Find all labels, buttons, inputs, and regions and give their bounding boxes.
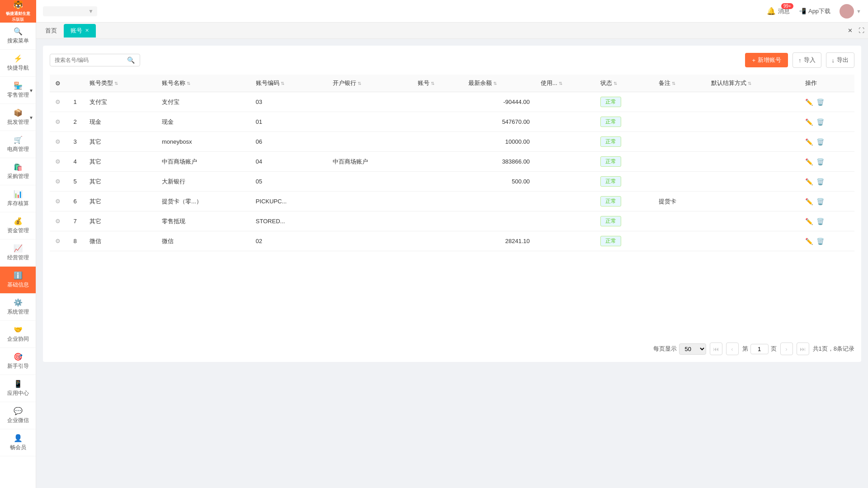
export-button[interactable]: ↓ 导出 (826, 52, 855, 68)
import-label: 导入 (804, 56, 816, 64)
row-account (412, 172, 463, 192)
account-col-header[interactable]: 账号⇅ (412, 75, 463, 92)
user-menu[interactable]: ▼ (840, 4, 861, 19)
row-status: 正常 (595, 92, 653, 112)
guide-icon: 🎯 (2, 352, 33, 361)
name-col-header[interactable]: 账号名称⇅ (156, 75, 250, 92)
remark-col-header[interactable]: 备注⇅ (653, 75, 706, 92)
row-balance: 547670.00 (463, 112, 535, 132)
tab-collapse-button[interactable]: ✕ (845, 26, 854, 35)
row-gear[interactable]: ⚙ (50, 132, 66, 152)
sidebar-item-guide[interactable]: 🎯 新手引导 (0, 348, 36, 375)
row-type: 其它 (84, 172, 156, 192)
row-code: 03 (250, 92, 327, 112)
top-search-box[interactable]: ▼ (43, 6, 97, 16)
notification-button[interactable]: 🔔 消息 99+ (767, 7, 790, 15)
tab-expand-button[interactable]: ⛶ (857, 26, 866, 35)
quicknav-icon: ⚡ (2, 54, 33, 63)
row-gear[interactable]: ⚙ (50, 192, 66, 211)
sidebar-item-purchase[interactable]: 🛍️ 采购管理 (0, 158, 36, 185)
delete-button[interactable]: 🗑️ (816, 138, 824, 145)
row-code: 01 (250, 112, 327, 132)
top-search-input[interactable] (47, 8, 88, 14)
new-account-label: 新增账号 (758, 56, 781, 64)
sidebar-item-app-center[interactable]: 📱 应用中心 (0, 375, 36, 402)
row-gear[interactable]: ⚙ (50, 112, 66, 132)
app-download-button[interactable]: 📲 App下载 (799, 7, 830, 15)
delete-button[interactable]: 🗑️ (816, 118, 824, 126)
type-col-header[interactable]: 账号类型⇅ (84, 75, 156, 92)
delete-button[interactable]: 🗑️ (816, 238, 824, 245)
code-col-header[interactable]: 账号编码⇅ (250, 75, 327, 92)
edit-button[interactable]: ✏️ (805, 198, 813, 205)
status-badge: 正常 (600, 117, 621, 127)
sidebar-item-retail[interactable]: 🏪 零售管理 ▼ (0, 77, 36, 104)
row-status: 正常 (595, 132, 653, 152)
balance-col-header[interactable]: 最新余额⇅ (463, 75, 535, 92)
row-type: 其它 (84, 132, 156, 152)
sidebar-item-ecommerce[interactable]: 🛒 电商管理 (0, 131, 36, 158)
row-bank (327, 112, 412, 132)
edit-button[interactable]: ✏️ (805, 238, 813, 245)
row-code: 02 (250, 231, 327, 251)
tab-account[interactable]: 账号 ✕ (64, 24, 96, 38)
status-col-header[interactable]: 状态⇅ (595, 75, 653, 92)
table-toolbar: 🔍 + 新增账号 ↑ 导入 ↓ 导出 (50, 52, 854, 68)
delete-button[interactable]: 🗑️ (816, 178, 824, 185)
next-page-button[interactable]: › (780, 343, 793, 355)
sidebar-item-member[interactable]: 👤 畅会员 (0, 429, 36, 456)
sidebar-item-label: 经营管理 (7, 254, 29, 261)
first-page-button[interactable]: ⏮ (710, 343, 722, 355)
new-account-button[interactable]: + 新增账号 (745, 53, 788, 67)
edit-button[interactable]: ✏️ (805, 218, 813, 225)
edit-button[interactable]: ✏️ (805, 99, 813, 106)
row-remark (653, 92, 706, 112)
delete-button[interactable]: 🗑️ (816, 218, 824, 225)
sidebar-item-wholesale[interactable]: 📦 批发管理 ▼ (0, 104, 36, 131)
last-page-button[interactable]: ⏭ (797, 343, 809, 355)
sidebar-item-inventory[interactable]: 📊 库存核算 (0, 185, 36, 212)
tab-home[interactable]: 首页 (38, 24, 64, 38)
sidebar-item-basic-info[interactable]: ℹ️ 基础信息 (0, 267, 36, 294)
usage-col-header[interactable]: 使用...⇅ (535, 75, 595, 92)
edit-button[interactable]: ✏️ (805, 158, 813, 165)
row-remark (653, 211, 706, 231)
import-button[interactable]: ↑ 导入 (793, 52, 821, 68)
table-row: ⚙ 4 其它 中百商场账户 04 中百商场账户 383866.00 正常 ✏️ … (50, 152, 854, 172)
bank-col-header[interactable]: 开户银行⇅ (327, 75, 412, 92)
sidebar-item-search[interactable]: 🔍 搜索菜单 (0, 23, 36, 50)
page-label: 第 (742, 345, 748, 353)
row-usage (535, 211, 595, 231)
edit-button[interactable]: ✏️ (805, 178, 813, 185)
sidebar-item-operations[interactable]: 📈 经营管理 (0, 239, 36, 267)
search-icon[interactable]: 🔍 (127, 56, 135, 64)
member-icon: 👤 (2, 434, 33, 442)
sidebar-item-finance[interactable]: 💰 资金管理 (0, 212, 36, 239)
default-settlement-col-header[interactable]: 默认结算方式⇅ (706, 75, 800, 92)
edit-button[interactable]: ✏️ (805, 138, 813, 145)
row-gear[interactable]: ⚙ (50, 211, 66, 231)
table-search-input[interactable] (55, 57, 127, 63)
row-gear[interactable]: ⚙ (50, 92, 66, 112)
chevron-down-icon[interactable]: ▼ (88, 8, 94, 14)
tab-close-button[interactable]: ✕ (85, 28, 89, 33)
edit-button[interactable]: ✏️ (805, 118, 813, 126)
row-type: 支付宝 (84, 92, 156, 112)
page-number-input[interactable] (750, 344, 769, 354)
row-index: 3 (66, 132, 84, 152)
per-page-select[interactable]: 50 100 200 (679, 343, 706, 355)
row-gear[interactable]: ⚙ (50, 231, 66, 251)
delete-button[interactable]: 🗑️ (816, 158, 824, 165)
prev-page-button[interactable]: ‹ (726, 343, 739, 355)
gear-icon[interactable]: ⚙ (55, 80, 61, 87)
table-search-box[interactable]: 🔍 (50, 54, 140, 66)
delete-button[interactable]: 🗑️ (816, 99, 824, 106)
sidebar-item-system[interactable]: ⚙️ 系统管理 (0, 294, 36, 321)
sidebar-item-quicknav[interactable]: ⚡ 快捷导航 (0, 50, 36, 77)
row-gear[interactable]: ⚙ (50, 172, 66, 192)
sidebar-item-enterprise-collab[interactable]: 🤝 企业协同 (0, 321, 36, 348)
sidebar-item-enterprise-wechat[interactable]: 💬 企业微信 (0, 402, 36, 429)
row-gear[interactable]: ⚙ (50, 152, 66, 172)
ecommerce-icon: 🛒 (2, 136, 33, 144)
delete-button[interactable]: 🗑️ (816, 198, 824, 205)
